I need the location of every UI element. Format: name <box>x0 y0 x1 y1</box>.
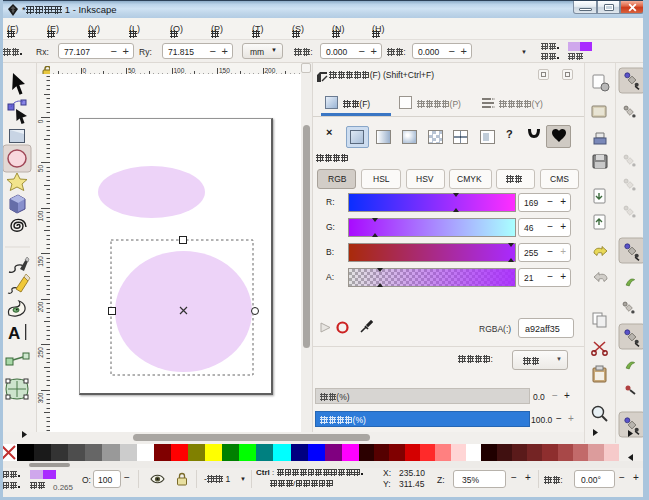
svg-text:150: 150 <box>37 256 44 267</box>
svg-text:50: 50 <box>37 165 44 173</box>
svg-text:100: 100 <box>174 67 185 74</box>
svg-text:100: 100 <box>37 210 44 221</box>
svg-text:0: 0 <box>83 67 87 74</box>
svg-text:A: A <box>8 324 20 343</box>
svg-text:50: 50 <box>128 67 136 74</box>
svg-text:200: 200 <box>265 67 276 74</box>
svg-text:300: 300 <box>37 392 44 403</box>
svg-text:200: 200 <box>37 301 44 312</box>
svg-text:0: 0 <box>37 119 44 123</box>
svg-text:250: 250 <box>37 347 44 358</box>
svg-text:150: 150 <box>219 67 230 74</box>
